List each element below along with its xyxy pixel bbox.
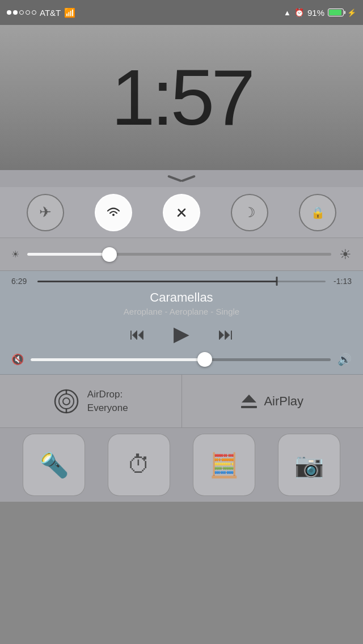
volume-row: 🔇 🔊 bbox=[11, 353, 352, 366]
rotation-lock-button[interactable]: 🔒 bbox=[299, 194, 336, 231]
battery-percent-label: 91% bbox=[307, 8, 324, 18]
fast-forward-icon: ⏭ bbox=[218, 325, 234, 343]
svg-point-1 bbox=[59, 394, 74, 409]
signal-dot-4 bbox=[26, 10, 30, 15]
track-subtitle: Aeroplane - Aeroplane - Single bbox=[11, 307, 352, 316]
music-player: 6:29 -1:13 Caramellas Aeroplane - Aeropl… bbox=[0, 271, 363, 375]
camera-icon: 📷 bbox=[294, 451, 324, 479]
fast-forward-button[interactable]: ⏭ bbox=[218, 325, 234, 344]
airplay-label: AirPlay bbox=[264, 394, 303, 409]
seek-row: 6:29 -1:13 bbox=[11, 277, 352, 286]
time-display: 1:57 bbox=[111, 58, 252, 137]
pull-handle[interactable] bbox=[0, 170, 363, 187]
wifi-button[interactable] bbox=[95, 194, 132, 231]
camera-button[interactable]: 📷 bbox=[278, 434, 340, 496]
airplay-icon bbox=[241, 395, 257, 408]
calculator-button[interactable]: 🧮 bbox=[193, 434, 255, 496]
remaining-time-label: -1:13 bbox=[331, 277, 352, 286]
alarm-icon: ⏰ bbox=[294, 8, 304, 17]
rewind-button[interactable]: ⏮ bbox=[129, 325, 145, 344]
brightness-row: ☀ ☀ bbox=[0, 238, 363, 271]
wifi-icon: 📶 bbox=[64, 7, 75, 18]
current-time-label: 6:29 bbox=[11, 277, 32, 286]
location-arrow-icon: ▲ bbox=[284, 9, 291, 17]
airdrop-text: AirDrop: Everyone bbox=[87, 388, 128, 415]
airdrop-button[interactable]: AirDrop: Everyone bbox=[0, 375, 182, 427]
chevron-down-icon bbox=[167, 175, 196, 182]
status-left: AT&T 📶 bbox=[7, 7, 75, 18]
status-bar: AT&T 📶 ▲ ⏰ 91% ⚡ bbox=[0, 0, 363, 25]
play-button[interactable]: ▶ bbox=[174, 322, 189, 346]
volume-max-icon: 🔊 bbox=[337, 353, 352, 366]
brightness-thumb[interactable] bbox=[102, 247, 117, 262]
battery-indicator bbox=[328, 9, 344, 16]
wifi-icon bbox=[105, 205, 121, 221]
airplay-triangle bbox=[242, 395, 256, 402]
airdrop-label: AirDrop: bbox=[87, 388, 128, 401]
timer-icon: ⏱ bbox=[127, 451, 151, 478]
bluetooth-button[interactable] bbox=[163, 194, 200, 231]
brightness-fill bbox=[27, 253, 109, 256]
volume-thumb[interactable] bbox=[197, 352, 212, 367]
battery-fill bbox=[329, 10, 341, 15]
battery-box bbox=[328, 9, 344, 16]
brightness-slider[interactable] bbox=[27, 253, 331, 256]
track-title: Caramellas bbox=[11, 290, 352, 305]
carrier-label: AT&T bbox=[40, 8, 61, 18]
bluetooth-icon bbox=[174, 205, 189, 221]
signal-dot-5 bbox=[32, 10, 36, 15]
airplane-mode-button[interactable]: ✈ bbox=[27, 194, 64, 231]
flashlight-button[interactable]: 🔦 bbox=[23, 434, 85, 496]
volume-min-icon: 🔇 bbox=[11, 353, 24, 366]
lock-screen: 1:57 bbox=[0, 25, 363, 170]
svg-point-2 bbox=[63, 398, 70, 405]
timer-button[interactable]: ⏱ bbox=[108, 434, 170, 496]
rotation-lock-icon: 🔒 bbox=[311, 206, 325, 219]
airplane-icon: ✈ bbox=[39, 204, 52, 221]
control-center: ✈ ☽ 🔒 ☀ ☀ bbox=[0, 170, 363, 502]
brightness-min-icon: ☀ bbox=[11, 249, 19, 260]
airdrop-sublabel: Everyone bbox=[87, 401, 128, 415]
brightness-max-icon: ☀ bbox=[339, 247, 352, 262]
charging-icon: ⚡ bbox=[347, 9, 356, 17]
seek-thumb[interactable] bbox=[276, 277, 277, 286]
signal-dot-3 bbox=[19, 10, 24, 15]
volume-slider[interactable] bbox=[31, 358, 331, 361]
airplay-bar bbox=[241, 406, 257, 408]
airdrop-icon bbox=[53, 388, 79, 414]
toggle-row: ✈ ☽ 🔒 bbox=[0, 187, 363, 238]
play-icon: ▶ bbox=[174, 322, 189, 345]
seek-slider[interactable] bbox=[37, 281, 326, 282]
moon-icon: ☽ bbox=[243, 205, 256, 221]
calculator-icon: 🧮 bbox=[209, 451, 239, 479]
signal-strength bbox=[7, 10, 36, 15]
bottom-apps: 🔦 ⏱ 🧮 📷 bbox=[0, 428, 363, 502]
track-info: Caramellas Aeroplane - Aeroplane - Singl… bbox=[11, 290, 352, 316]
signal-dot-2 bbox=[13, 10, 18, 15]
status-right: ▲ ⏰ 91% ⚡ bbox=[284, 8, 356, 18]
flashlight-icon: 🔦 bbox=[39, 451, 69, 479]
airdrop-airplay-row: AirDrop: Everyone AirPlay bbox=[0, 375, 363, 428]
seek-fill bbox=[37, 281, 277, 282]
signal-dot-1 bbox=[7, 10, 11, 15]
volume-fill bbox=[31, 358, 205, 361]
rewind-icon: ⏮ bbox=[129, 325, 145, 343]
do-not-disturb-button[interactable]: ☽ bbox=[231, 194, 268, 231]
playback-controls: ⏮ ▶ ⏭ bbox=[11, 322, 352, 346]
airplay-button[interactable]: AirPlay bbox=[182, 375, 364, 427]
